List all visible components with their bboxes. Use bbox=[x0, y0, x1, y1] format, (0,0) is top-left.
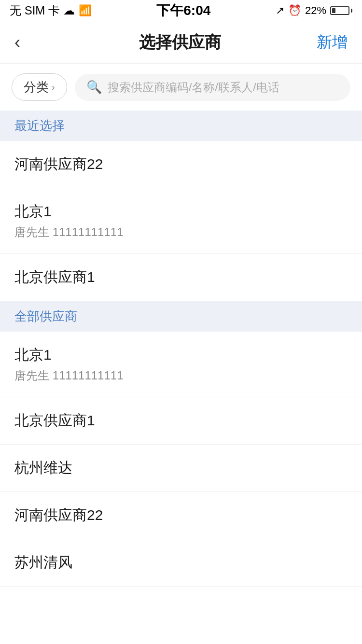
battery-percent: 22% bbox=[305, 4, 326, 17]
status-left: 无 SIM 卡 ☁ 📶 bbox=[10, 3, 92, 18]
item-name: 苏州清风 bbox=[14, 553, 348, 573]
item-name: 北京1 bbox=[14, 345, 348, 365]
category-label: 分类 bbox=[24, 79, 49, 96]
location-icon: ↗ bbox=[276, 4, 284, 17]
list-item[interactable]: 杭州维达 bbox=[0, 445, 362, 492]
search-placeholder: 搜索供应商编码/名称/联系人/电话 bbox=[108, 80, 279, 95]
battery-icon bbox=[330, 6, 352, 15]
search-icon: 🔍 bbox=[86, 80, 102, 95]
chevron-right-icon: › bbox=[52, 82, 55, 93]
page-title: 选择供应商 bbox=[139, 31, 221, 54]
item-sub: 唐先生 11111111111 bbox=[14, 224, 348, 240]
no-sim-text: 无 SIM 卡 ☁ bbox=[10, 3, 75, 18]
filter-bar: 分类 › 🔍 搜索供应商编码/名称/联系人/电话 bbox=[0, 64, 362, 111]
status-right: ↗ ⏰ 22% bbox=[276, 4, 352, 17]
wifi-icon: 📶 bbox=[79, 4, 92, 17]
recent-section-header: 最近选择 bbox=[0, 111, 362, 141]
all-list: 北京1唐先生 11111111111北京供应商1杭州维达河南供应商22苏州清风 bbox=[0, 332, 362, 587]
list-item[interactable]: 北京供应商1 bbox=[0, 254, 362, 301]
recent-list: 河南供应商22北京1唐先生 11111111111北京供应商1 bbox=[0, 141, 362, 301]
list-item[interactable]: 河南供应商22 bbox=[0, 492, 362, 539]
item-sub: 唐先生 11111111111 bbox=[14, 368, 348, 383]
status-bar: 无 SIM 卡 ☁ 📶 下午6:04 ↗ ⏰ 22% bbox=[0, 0, 362, 21]
item-name: 杭州维达 bbox=[14, 458, 348, 478]
all-section-header: 全部供应商 bbox=[0, 301, 362, 332]
status-time: 下午6:04 bbox=[156, 1, 210, 20]
list-item[interactable]: 北京1唐先生 11111111111 bbox=[0, 332, 362, 397]
nav-bar: ‹ 选择供应商 新增 bbox=[0, 21, 362, 64]
item-name: 河南供应商22 bbox=[14, 154, 348, 174]
list-item[interactable]: 北京供应商1 bbox=[0, 397, 362, 445]
add-button[interactable]: 新增 bbox=[317, 32, 348, 53]
item-name: 北京1 bbox=[14, 202, 348, 222]
list-item[interactable]: 北京1唐先生 11111111111 bbox=[0, 188, 362, 254]
alarm-icon: ⏰ bbox=[288, 4, 301, 17]
search-box[interactable]: 🔍 搜索供应商编码/名称/联系人/电话 bbox=[75, 74, 350, 101]
list-item[interactable]: 苏州清风 bbox=[0, 539, 362, 587]
item-name: 河南供应商22 bbox=[14, 505, 348, 525]
back-button[interactable]: ‹ bbox=[14, 32, 43, 53]
list-item[interactable]: 河南供应商22 bbox=[0, 141, 362, 188]
item-name: 北京供应商1 bbox=[14, 267, 348, 287]
category-filter-button[interactable]: 分类 › bbox=[12, 73, 67, 101]
item-name: 北京供应商1 bbox=[14, 411, 348, 431]
